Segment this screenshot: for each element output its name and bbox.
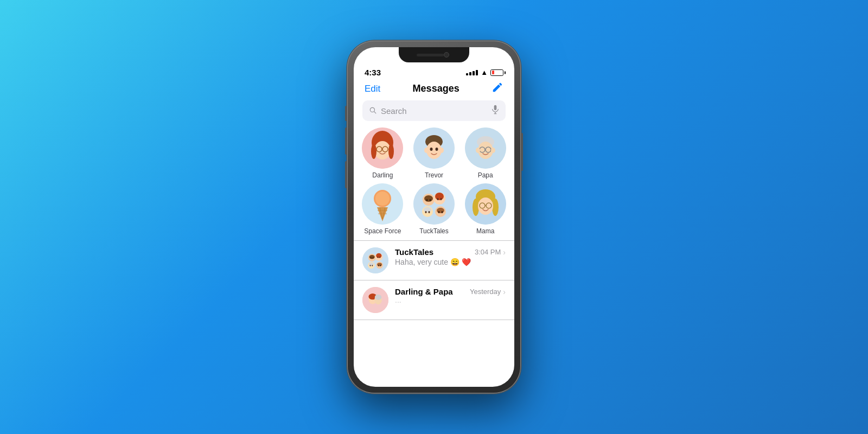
svg-point-59 [478, 197, 493, 215]
conv-preview-darling-papa: ··· [395, 297, 506, 306]
speaker-grille [417, 54, 444, 56]
signal-dot-4 [476, 70, 478, 75]
conv-content-darling-papa: Darling & Papa Yesterday › ··· [395, 287, 506, 306]
pin-label-tucktales: TuckTales [419, 227, 449, 235]
svg-point-15 [426, 142, 442, 159]
search-container: Search [354, 100, 514, 127]
svg-point-69 [376, 253, 381, 258]
mute-button [345, 106, 347, 121]
conv-name-tucktales: TuckTales [395, 247, 433, 257]
svg-point-75 [372, 265, 373, 266]
status-time: 4:33 [365, 68, 381, 77]
search-input[interactable]: Search [381, 106, 487, 116]
svg-point-84 [375, 295, 382, 300]
svg-point-53 [438, 211, 439, 213]
svg-line-1 [374, 111, 376, 113]
camera [444, 52, 449, 58]
nav-bar: Edit Messages [354, 79, 514, 100]
pin-avatar-spaceforce [362, 183, 403, 225]
svg-point-71 [379, 257, 380, 258]
pin-trevor[interactable]: Trevor [411, 127, 458, 179]
signal-dot-2 [469, 72, 471, 75]
signal-dot-1 [466, 73, 468, 75]
svg-point-65 [369, 255, 375, 259]
svg-point-48 [424, 207, 431, 213]
svg-point-11 [371, 144, 376, 159]
pin-avatar-papa [465, 127, 506, 169]
wifi-icon: ▲ [481, 68, 488, 76]
pin-label-trevor: Trevor [425, 171, 443, 179]
pin-avatar-mama [465, 183, 506, 225]
search-bar[interactable]: Search [362, 100, 506, 121]
pin-avatar-darling [362, 127, 403, 169]
conv-tucktales[interactable]: TuckTales 3:04 PM › Haha, very cute 😄 ❤️ [354, 241, 514, 280]
svg-point-79 [380, 265, 381, 266]
conv-avatar-tucktales [362, 247, 388, 273]
svg-rect-2 [494, 105, 497, 110]
svg-point-78 [378, 265, 379, 266]
nav-title: Messages [413, 83, 459, 94]
conv-preview-tucktales: Haha, very cute 😄 ❤️ [395, 258, 506, 266]
pin-label-mama: Mama [476, 227, 494, 235]
notch [399, 47, 469, 62]
svg-point-67 [373, 257, 374, 259]
pin-avatar-trevor [413, 127, 455, 169]
battery-icon [490, 69, 503, 76]
svg-point-38 [413, 183, 455, 225]
svg-point-28 [476, 148, 480, 153]
svg-point-16 [430, 148, 432, 151]
pin-tucktales[interactable]: TuckTales [411, 183, 458, 235]
conv-avatar-darling-papa [362, 287, 388, 313]
conv-top-darling-papa: Darling & Papa Yesterday › [395, 287, 506, 296]
pin-spaceforce[interactable]: Space Force [359, 183, 406, 235]
svg-point-32 [375, 192, 390, 206]
svg-point-63 [362, 247, 388, 273]
svg-point-19 [439, 148, 444, 153]
pin-darling[interactable]: Darling [359, 127, 406, 179]
svg-point-66 [371, 257, 372, 259]
svg-point-45 [437, 198, 438, 200]
conv-time-darling-papa: Yesterday › [470, 288, 506, 296]
svg-point-40 [424, 195, 433, 202]
compose-button[interactable] [492, 81, 503, 96]
power-button [521, 133, 523, 171]
svg-point-17 [435, 148, 438, 151]
svg-point-29 [491, 148, 495, 153]
search-icon [369, 106, 376, 116]
svg-point-46 [440, 198, 442, 200]
mic-icon[interactable] [492, 105, 499, 117]
pin-avatar-tucktales [413, 183, 455, 225]
edit-button[interactable]: Edit [365, 84, 380, 94]
pin-label-spaceforce: Space Force [364, 227, 401, 235]
conv-content-tucktales: TuckTales 3:04 PM › Haha, very cute 😄 ❤️ [395, 247, 506, 266]
pinned-contacts: Darling [354, 127, 514, 240]
conversation-list: TuckTales 3:04 PM › Haha, very cute 😄 ❤️ [354, 240, 514, 387]
phone-screen: 4:33 ▲ Edit Messages [354, 47, 514, 387]
chevron-right-icon: › [503, 248, 506, 257]
status-icons: ▲ [466, 68, 503, 76]
conv-darling-papa[interactable]: Darling & Papa Yesterday › ··· [354, 280, 514, 320]
svg-point-44 [435, 193, 444, 200]
svg-point-70 [377, 257, 378, 258]
volume-up-button [345, 127, 347, 155]
svg-point-54 [441, 211, 443, 213]
pin-label-papa: Papa [478, 171, 493, 179]
pin-label-darling: Darling [372, 171, 393, 179]
pin-mama[interactable]: Mama [462, 183, 509, 235]
svg-point-73 [369, 263, 374, 266]
battery-fill [492, 71, 495, 74]
svg-point-41 [426, 199, 427, 201]
svg-point-50 [428, 211, 430, 213]
volume-down-button [345, 161, 347, 188]
svg-point-12 [388, 144, 394, 159]
svg-point-77 [377, 263, 382, 266]
svg-point-49 [425, 211, 426, 213]
svg-point-18 [424, 148, 429, 153]
phone-frame: 4:33 ▲ Edit Messages [347, 41, 521, 393]
conv-top-tucktales: TuckTales 3:04 PM › [395, 247, 506, 257]
svg-point-42 [429, 199, 431, 201]
pin-papa[interactable]: Papa [462, 127, 509, 179]
conv-name-darling-papa: Darling & Papa [395, 287, 453, 296]
signal-dot-3 [473, 71, 475, 75]
chevron-right-icon-2: › [503, 288, 506, 296]
